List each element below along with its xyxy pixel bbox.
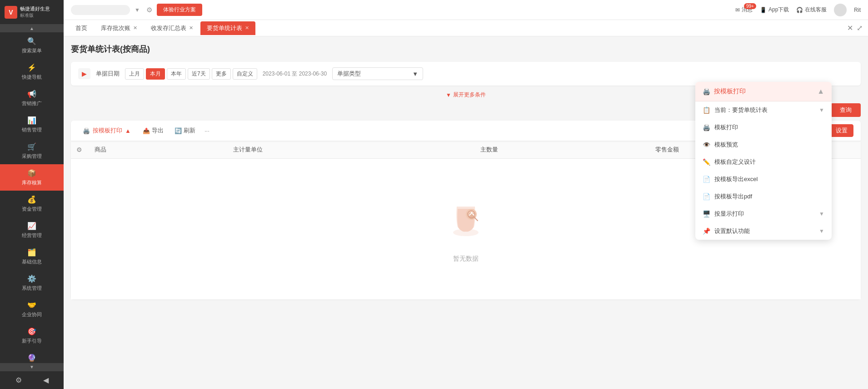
sidebar-item-sales[interactable]: 📊 销售管理 (0, 111, 64, 138)
col-settings-icon[interactable]: ⚙ (76, 146, 82, 153)
col-quantity-header: 主数量 (475, 141, 650, 159)
export-excel-icon: 📄 (703, 176, 710, 183)
sidebar-scroll-up[interactable]: ▲ (0, 25, 64, 32)
main-area: ▼ ⚙ 体验行业方案 ✉ 消息 99+ 📱 App下载 🎧 在线客服 Rit 首… (64, 0, 868, 389)
template-design-item[interactable]: ✏️ 模板自定义设计 (695, 153, 832, 171)
date-custom-btn[interactable]: 自定义 (233, 68, 257, 80)
app-download-button[interactable]: 📱 App下载 (760, 6, 789, 14)
date-more-btn[interactable]: 更多 (212, 68, 231, 80)
default-func-chevron: ▼ (819, 228, 824, 234)
sidebar-item-app[interactable]: 🔮 应用中心 (0, 349, 64, 363)
sidebar-item-system[interactable]: ⚙️ 系统管理 (0, 270, 64, 296)
date-last7days-btn[interactable]: 近7天 (188, 68, 210, 80)
sidebar-item-marketing[interactable]: 📢 营销推广 (0, 85, 64, 111)
sidebar-item-purchase[interactable]: 🛒 采购管理 (0, 138, 64, 164)
topbar: ▼ ⚙ 体验行业方案 ✉ 消息 99+ 📱 App下载 🎧 在线客服 Rit (64, 0, 868, 20)
tab-order-summary-close[interactable]: ✕ (245, 25, 249, 31)
col-unit-header: 主计量单位 (228, 141, 475, 159)
print-preview-item[interactable]: 👁️ 模板预览 (695, 136, 832, 153)
print-dropdown-close-button[interactable]: ▲ (817, 87, 824, 96)
tab-home[interactable]: 首页 (69, 21, 94, 35)
search-input[interactable] (71, 5, 130, 15)
logo-text: 畅捷通好生意 标准版 (20, 5, 50, 19)
tab-expand-button[interactable]: ⤢ (857, 24, 863, 32)
default-func-icon: 📌 (703, 227, 710, 235)
sidebar-item-inventory[interactable]: 📦 库存核算 (0, 164, 64, 191)
tab-batch-account[interactable]: 库存批次账 ✕ (95, 21, 144, 35)
basic-icon: 🗂️ (27, 248, 36, 257)
col-product-header: 商品 (89, 141, 228, 159)
settings-bottom-icon[interactable]: ⚙ (15, 376, 22, 384)
sidebar-item-collab[interactable]: 🤝 企业协同 (0, 296, 64, 323)
print-dropdown: 🖨️ 按模板打印 ▲ 📋 当前：要货单统计表 ▼ 🖨️ 模板打印 👁️ 模板预览… (695, 82, 832, 240)
display-print-chevron: ▼ (819, 211, 824, 217)
sidebar-item-search[interactable]: 🔍 搜索菜单 (0, 32, 64, 59)
message-button[interactable]: ✉ 消息 99+ (735, 6, 753, 14)
topbar-right: ✉ 消息 99+ 📱 App下载 🎧 在线客服 Rit (735, 4, 861, 16)
tab-close-button[interactable]: ✕ (847, 24, 853, 32)
expand-more-button[interactable]: ▼ 展开更多条件 (446, 91, 486, 99)
app-download-icon: 📱 (760, 7, 767, 13)
sidebar-item-basic[interactable]: 🗂️ 基础信息 (0, 243, 64, 270)
empty-icon (443, 195, 489, 249)
system-icon: ⚙️ (27, 274, 36, 283)
inventory-icon: 📦 (27, 169, 36, 177)
online-service-button[interactable]: 🎧 在线客服 (796, 6, 827, 14)
tab-actions: ✕ ⤢ (847, 24, 863, 32)
sidebar-item-finance[interactable]: 💰 资金管理 (0, 191, 64, 217)
trial-button[interactable]: 体验行业方案 (157, 4, 202, 16)
sidebar-bottom: ⚙ ◀ (0, 371, 64, 389)
operation-icon: 📈 (27, 222, 36, 230)
col-settings-header: ⚙ (71, 141, 89, 159)
type-chevron-icon: ▼ (412, 71, 418, 77)
template-design-icon: ✏️ (703, 158, 710, 166)
export-icon: 📤 (143, 127, 150, 134)
username-label[interactable]: Rit (854, 7, 861, 13)
refresh-icon: 🔄 (175, 127, 182, 134)
purchase-icon: 🛒 (27, 142, 36, 151)
quick-nav-icon: ⚡ (27, 63, 36, 72)
date-prev-month-btn[interactable]: 上月 (125, 68, 144, 80)
export-button[interactable]: 📤 导出 (139, 125, 167, 136)
print-dropdown-header: 🖨️ 按模板打印 ▲ (695, 82, 832, 101)
marketing-icon: 📢 (27, 90, 36, 98)
tab-collect-summary[interactable]: 收发存汇总表 ✕ (145, 21, 200, 35)
display-print-icon: 🖥️ (703, 210, 710, 217)
print-dropdown-current-template[interactable]: 📋 当前：要货单统计表 ▼ (695, 101, 832, 119)
collapse-icon[interactable]: ◀ (43, 376, 49, 384)
export-excel-item[interactable]: 📄 按模板导出excel (695, 171, 832, 188)
settings-button[interactable]: 设置 (830, 124, 853, 137)
user-avatar[interactable] (834, 4, 847, 16)
refresh-button[interactable]: 🔄 刷新 (171, 125, 199, 136)
tab-collect-summary-close[interactable]: ✕ (189, 25, 193, 31)
tab-batch-account-close[interactable]: ✕ (133, 25, 137, 31)
service-icon: 🎧 (796, 7, 803, 13)
sidebar-item-guide[interactable]: 🎯 新手引导 (0, 323, 64, 349)
topbar-gear-icon[interactable]: ⚙ (146, 6, 152, 14)
print-template-item[interactable]: 🖨️ 模板打印 (695, 119, 832, 136)
filter-type-select[interactable]: 单据类型 ▼ (332, 67, 423, 80)
filter-date-range: 2023-06-01 至 2023-06-30 (263, 70, 327, 78)
sidebar: V 畅捷通好生意 标准版 ▲ 🔍 搜索菜单 ⚡ 快捷导航 📢 营销推广 📊 销售… (0, 0, 64, 389)
guide-icon: 🎯 (27, 327, 36, 336)
content-area: 要货单统计表(按商品) ▶ 单据日期 上月 本月 本年 近7天 更多 自定义 2… (64, 36, 868, 389)
tab-order-summary[interactable]: 要货单统计表 ✕ (200, 21, 255, 35)
template-icon: 📋 (703, 106, 710, 114)
export-pdf-icon: 📄 (703, 193, 710, 200)
sales-icon: 📊 (27, 116, 36, 125)
export-pdf-item[interactable]: 📄 按模板导出pdf (695, 188, 832, 205)
filter-expand-button[interactable]: ▶ (78, 68, 90, 79)
sidebar-scroll-down[interactable]: ▼ (0, 363, 64, 371)
default-func-item[interactable]: 📌 设置默认功能 ▼ (695, 222, 832, 240)
print-template-button[interactable]: 🖨️ 按模板打印 ▲ (78, 125, 135, 136)
query-button[interactable]: 查询 (831, 103, 861, 117)
date-current-year-btn[interactable]: 本年 (167, 68, 186, 80)
display-print-item[interactable]: 🖥️ 按显示打印 ▼ (695, 205, 832, 222)
finance-icon: 💰 (27, 195, 36, 204)
search-chevron-icon[interactable]: ▼ (135, 7, 140, 13)
sidebar-item-quick-nav[interactable]: ⚡ 快捷导航 (0, 59, 64, 85)
empty-text: 暂无数据 (453, 255, 479, 263)
date-current-month-btn[interactable]: 本月 (146, 68, 165, 80)
sidebar-item-operation[interactable]: 📈 经营管理 (0, 217, 64, 243)
toolbar-more-button[interactable]: ··· (203, 126, 211, 136)
